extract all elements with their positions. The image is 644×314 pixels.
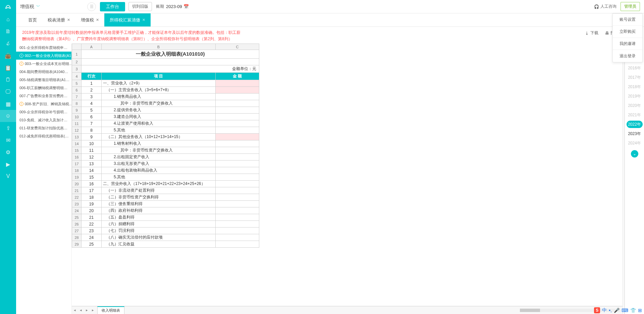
row-header[interactable]: 8 (72, 100, 82, 107)
form-list-item[interactable]: 007-广告费和业务宣传费跨… (16, 92, 71, 100)
download-action[interactable]: ⭳下载 (585, 30, 598, 36)
nav-clipboard-icon[interactable]: 📋 (0, 62, 16, 74)
form-list-item[interactable]: 004-期间费用明细表(A1040… (16, 68, 71, 76)
row-header[interactable]: 7 (72, 93, 82, 100)
row-header[interactable]: 1 (72, 50, 82, 59)
cell-amount[interactable] (216, 93, 259, 100)
sheet-nav-first[interactable]: ◂ (72, 308, 78, 312)
account-menu-item[interactable]: 立即购买 (613, 26, 642, 38)
form-list-item[interactable]: !008-资产折旧、摊销及纳税… (16, 100, 71, 108)
breadcrumb[interactable]: 增值税 ﹀ (20, 4, 40, 10)
nav-home-icon[interactable]: ⌂ (0, 13, 16, 25)
form-list-item[interactable]: 009-企业所得税弥补亏损明… (16, 108, 71, 116)
cell-seq[interactable]: 24 (82, 234, 102, 241)
cell-amount[interactable] (216, 167, 259, 174)
cell-seq[interactable]: 16 (82, 181, 102, 187)
row-header[interactable]: 22 (72, 194, 82, 201)
cell-seq[interactable]: 22 (82, 221, 102, 228)
cell-amount[interactable] (216, 120, 259, 127)
nav-v-icon[interactable]: V (0, 170, 16, 182)
tab-税表清册[interactable]: 税表清册✕ (42, 13, 75, 26)
sheet-nav-next[interactable]: ▸ (84, 308, 90, 312)
cell-item[interactable]: 5.其他 (102, 174, 216, 181)
row-header[interactable]: 5 (72, 80, 82, 87)
cell-item[interactable]: （三）债务重组利得 (102, 201, 216, 207)
form-list-item[interactable]: 012-减免所得税优惠明细表(… (16, 132, 71, 140)
spreadsheet-scroll[interactable]: ABC1一般企业收入明细表(A101010)23金额单位：元4行次项 目金 额5… (72, 44, 623, 306)
cell-amount[interactable] (216, 228, 259, 234)
cell-seq[interactable]: 15 (82, 174, 102, 181)
cell-seq[interactable]: 23 (82, 228, 102, 234)
row-header[interactable]: 25 (72, 214, 82, 221)
cell-amount[interactable] (216, 134, 259, 140)
row-header[interactable]: 24 (72, 207, 82, 214)
cell-amount[interactable] (216, 221, 259, 228)
cell-seq[interactable]: 4 (82, 100, 102, 107)
tab-所得税汇算清缴[interactable]: 所得税汇算清缴✕ (104, 13, 151, 26)
cell-seq[interactable]: 12 (82, 154, 102, 161)
year-option[interactable]: 2016年 (627, 64, 643, 72)
cell-item[interactable]: （五）盘盈利得 (102, 214, 216, 221)
row-header[interactable]: 23 (72, 201, 82, 207)
close-icon[interactable]: ✕ (96, 18, 99, 22)
cell-amount[interactable] (216, 127, 259, 134)
ime-lang[interactable]: 中 (602, 307, 607, 313)
cell-seq[interactable]: 13 (82, 161, 102, 167)
nav-export-icon[interactable]: ⇪ (0, 122, 16, 134)
ime-mic-icon[interactable]: 🎤 (614, 308, 620, 313)
cell-item[interactable]: 1.销售商品收入 (102, 93, 216, 100)
sheet-corner[interactable] (72, 44, 82, 50)
form-list-item[interactable]: !003-一般企业成本支出明细… (16, 60, 71, 68)
nav-grid-icon[interactable]: ▦ (0, 98, 16, 110)
cell-item[interactable]: （一）非流动资产处置利得 (102, 187, 216, 194)
ime-punct-icon[interactable]: •, (609, 308, 612, 313)
cell-amount[interactable] (216, 100, 259, 107)
cell-item[interactable]: （八）确实无法偿付的应付款项 (102, 234, 216, 241)
form-list-item[interactable]: 006-职工薪酬纳税调整明细… (16, 84, 71, 92)
cell-amount[interactable] (216, 87, 259, 93)
form-list-item[interactable]: 011-研发费用加计扣除优惠… (16, 124, 71, 132)
year-option[interactable]: 2020年 (627, 102, 643, 109)
col-header[interactable]: B (102, 44, 216, 50)
tab-增值税[interactable]: 增值税✕ (75, 13, 104, 26)
row-header[interactable]: 27 (72, 228, 82, 234)
cell-seq[interactable]: 10 (82, 140, 102, 147)
cell-item[interactable]: （七）罚没利得 (102, 228, 216, 234)
cell-item[interactable]: 5.其他 (102, 127, 216, 134)
year-option[interactable]: 2021年 (627, 111, 643, 119)
cell-seq[interactable]: 25 (82, 241, 102, 248)
cell-amount[interactable] (216, 107, 259, 114)
row-header[interactable]: 3 (72, 65, 82, 73)
account-menu-item[interactable]: 我的邀请 (613, 38, 642, 50)
cell-amount[interactable] (216, 80, 259, 87)
row-header[interactable]: 9 (72, 107, 82, 114)
year-option[interactable]: 2022年 (627, 121, 643, 128)
calendar-icon[interactable]: 📅 (183, 4, 189, 9)
sheet-nav-last[interactable]: ▸ (90, 308, 96, 312)
row-header[interactable]: 10 (72, 114, 82, 120)
cell-item[interactable]: （九）汇兑收益 (102, 241, 216, 248)
row-header[interactable]: 21 (72, 187, 82, 194)
cell-amount[interactable] (216, 114, 259, 120)
row-header[interactable]: 2 (72, 59, 82, 65)
cell-seq[interactable]: 20 (82, 207, 102, 214)
sheet-tab[interactable]: 收入明细表 (97, 306, 124, 314)
cell-item[interactable]: （四）政府补助利得 (102, 207, 216, 214)
period-value[interactable]: 2023-09 (166, 4, 182, 9)
account-menu-item[interactable]: 退出登录 (613, 50, 642, 62)
cell-seq[interactable]: 2 (82, 87, 102, 93)
cell-amount[interactable] (216, 234, 259, 241)
cell-amount[interactable] (216, 140, 259, 147)
form-list-item[interactable]: 005-纳税调整项目明细表(A1… (16, 76, 71, 84)
cell-item[interactable]: 3.出租无形资产收入 (102, 161, 216, 167)
year-option[interactable]: 2024年 (627, 139, 643, 147)
row-header[interactable]: 14 (72, 140, 82, 147)
nav-form-icon[interactable]: 🗒 (0, 74, 16, 86)
cell-item[interactable]: 二、营业外收入（17+18+19+20+21+22+23+24+25+26） (102, 181, 216, 187)
cell-seq[interactable]: 1 (82, 80, 102, 87)
cell-item[interactable]: （二）非货币性资产交换利得 (102, 194, 216, 201)
cell-item[interactable]: 1.销售材料收入 (102, 140, 216, 147)
cell-seq[interactable]: 6 (82, 114, 102, 120)
nav-bag-icon[interactable]: 👜 (0, 50, 16, 62)
cell-item[interactable]: 2.提供劳务收入 (102, 107, 216, 114)
